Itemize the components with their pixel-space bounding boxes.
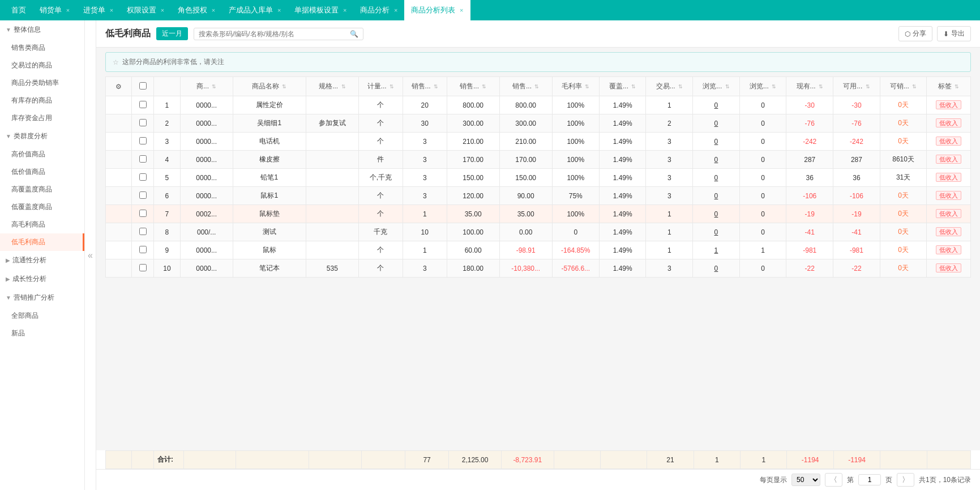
sidebar-item-low-coverage[interactable]: 低覆盖度商品 (0, 198, 84, 216)
row-settings[interactable] (106, 223, 132, 241)
nav-role[interactable]: 角色授权 × (171, 0, 222, 20)
nav-template[interactable]: 单据模板设置 × (288, 0, 353, 20)
next-page-btn[interactable]: 〉 (897, 473, 914, 487)
col-header-available[interactable]: 可用... ⇅ (833, 77, 880, 96)
col-header-settings[interactable]: ⚙ (106, 77, 132, 96)
select-all-checkbox[interactable] (139, 82, 147, 90)
nav-role-close[interactable]: × (212, 7, 215, 14)
row-settings[interactable] (106, 187, 132, 205)
browse1-link[interactable]: 0 (714, 210, 718, 218)
sidebar-item-high-margin[interactable]: 高毛利商品 (0, 216, 84, 233)
nav-analysis-list-close[interactable]: × (460, 7, 463, 14)
table-container[interactable]: ⚙ 商... ⇅ 商品名称 ⇅ 规格... ⇅ 计量... ⇅ 销售... ⇅ … (96, 76, 980, 450)
browse1-link[interactable]: 0 (714, 101, 718, 109)
nav-purchase-close[interactable]: × (110, 7, 113, 14)
browse1-link[interactable]: 0 (714, 120, 718, 127)
row-checkbox[interactable] (132, 169, 154, 187)
row-checkbox[interactable] (132, 223, 154, 241)
browse1-link[interactable]: 0 (714, 138, 718, 146)
nav-template-close[interactable]: × (343, 7, 346, 14)
sidebar-item-all-goods[interactable]: 全部商品 (0, 307, 84, 325)
row-select-checkbox[interactable] (139, 264, 147, 271)
row-select-checkbox[interactable] (139, 228, 147, 235)
browse1-link[interactable]: 0 (714, 228, 718, 236)
sidebar-item-traded-goods[interactable]: 交易过的商品 (0, 57, 84, 74)
browse1-link[interactable]: 1 (714, 246, 718, 254)
col-header-spec[interactable]: 规格... ⇅ (306, 77, 358, 96)
row-settings[interactable] (106, 133, 132, 151)
row-browse1[interactable]: 0 (693, 223, 740, 241)
col-header-profit-rate[interactable]: 毛利率 ⇅ (552, 77, 599, 96)
row-checkbox[interactable] (132, 241, 154, 259)
sidebar-group-cluster[interactable]: ▼ 类群度分析 (0, 127, 84, 146)
row-browse1[interactable]: 0 (693, 96, 740, 114)
col-header-unit[interactable]: 计量... ⇅ (358, 77, 403, 96)
col-header-tag[interactable]: 标签 ⇅ (927, 77, 971, 96)
sidebar-item-high-coverage[interactable]: 高覆盖度商品 (0, 181, 84, 198)
col-header-sales-profit[interactable]: 销售... ⇅ (499, 77, 552, 96)
share-button[interactable]: ⬡ 分享 (898, 26, 932, 41)
row-checkbox[interactable] (132, 187, 154, 205)
col-header-browse2[interactable]: 浏览... ⇅ (739, 77, 786, 96)
col-header-stock[interactable]: 现有... ⇅ (786, 77, 833, 96)
row-select-checkbox[interactable] (139, 137, 147, 144)
nav-purchase[interactable]: 进货单 × (76, 0, 120, 20)
col-header-trade[interactable]: 交易... ⇅ (646, 77, 693, 96)
page-number-input[interactable] (858, 474, 881, 485)
nav-analysis-close[interactable]: × (394, 7, 397, 14)
row-checkbox[interactable] (132, 96, 154, 114)
export-button[interactable]: ⬇ 导出 (937, 26, 971, 41)
nav-sales[interactable]: 销货单 × (33, 0, 76, 20)
row-select-checkbox[interactable] (139, 173, 147, 181)
sidebar-item-in-stock[interactable]: 有库存的商品 (0, 92, 84, 109)
col-header-checkbox[interactable] (132, 77, 154, 96)
row-checkbox[interactable] (132, 205, 154, 223)
sidebar-item-low-value[interactable]: 低价值商品 (0, 163, 84, 181)
sidebar-group-overview[interactable]: ▼ 整体信息 (0, 20, 84, 39)
row-select-checkbox[interactable] (139, 191, 147, 199)
nav-product-entry[interactable]: 产成品入库单 × (222, 0, 288, 20)
row-browse1[interactable]: 0 (693, 259, 740, 278)
row-checkbox[interactable] (132, 133, 154, 151)
browse1-link[interactable]: 0 (714, 156, 718, 164)
nav-sales-close[interactable]: × (66, 7, 70, 14)
row-browse1[interactable]: 0 (693, 151, 740, 169)
row-select-checkbox[interactable] (139, 210, 147, 217)
prev-page-btn[interactable]: 〈 (825, 473, 842, 487)
row-checkbox[interactable] (132, 151, 154, 169)
nav-home[interactable]: 首页 (5, 0, 33, 20)
period-button[interactable]: 近一月 (156, 27, 188, 40)
search-input[interactable] (199, 30, 350, 38)
browse1-link[interactable]: 0 (714, 174, 718, 182)
row-browse1[interactable]: 0 (693, 114, 740, 133)
row-checkbox[interactable] (132, 114, 154, 133)
row-settings[interactable] (106, 169, 132, 187)
sidebar-item-high-value[interactable]: 高价值商品 (0, 146, 84, 163)
sidebar-group-flow[interactable]: ▶ 流通性分析 (0, 251, 84, 270)
sidebar-collapse-btn[interactable]: « (85, 20, 96, 490)
row-checkbox[interactable] (132, 259, 154, 278)
row-select-checkbox[interactable] (139, 155, 147, 163)
row-settings[interactable] (106, 96, 132, 114)
row-settings[interactable] (106, 114, 132, 133)
sidebar-group-growth[interactable]: ▶ 成长性分析 (0, 270, 84, 288)
row-settings[interactable] (106, 205, 132, 223)
col-header-sales-qty[interactable]: 销售... ⇅ (403, 77, 447, 96)
row-browse1[interactable]: 0 (693, 187, 740, 205)
nav-permission-close[interactable]: × (161, 7, 164, 14)
col-header-browse1[interactable]: 浏览... ⇅ (693, 77, 740, 96)
browse1-link[interactable]: 0 (714, 265, 718, 272)
col-header-coverage[interactable]: 覆盖... ⇅ (599, 77, 646, 96)
sidebar-group-marketing[interactable]: ▼ 营销推广分析 (0, 288, 84, 307)
sidebar-item-capital[interactable]: 库存资金占用 (0, 109, 84, 127)
row-select-checkbox[interactable] (139, 101, 147, 108)
per-page-select[interactable]: 50 20 100 (791, 474, 820, 486)
col-header-saleable[interactable]: 可销... ⇅ (880, 77, 927, 96)
sidebar-item-sales-goods[interactable]: 销售类商品 (0, 39, 84, 57)
row-settings[interactable] (106, 259, 132, 278)
sidebar-item-category-rate[interactable]: 商品分类助销率 (0, 74, 84, 92)
nav-permission[interactable]: 权限设置 × (120, 0, 171, 20)
nav-product-entry-close[interactable]: × (277, 7, 281, 14)
nav-analysis-list[interactable]: 商品分析列表 × (404, 0, 470, 20)
sidebar-item-low-margin[interactable]: 低毛利商品 (0, 233, 84, 251)
